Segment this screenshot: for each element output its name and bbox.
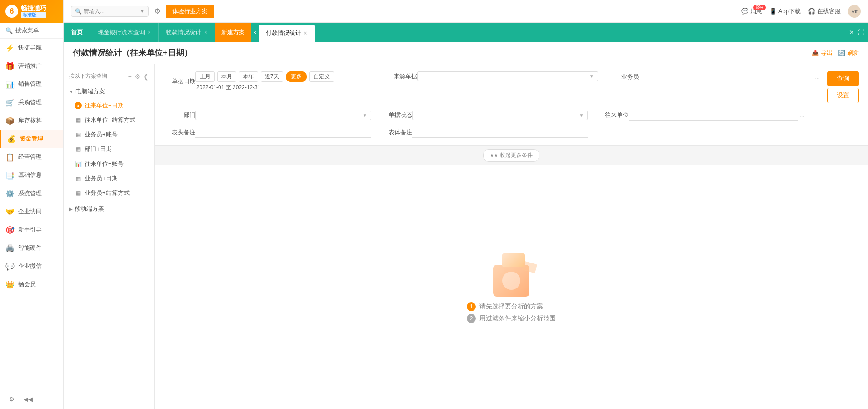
left-panel-add-icon[interactable]: + [128,73,132,80]
filter-area: 单据日期 上月 本月 本年 近7天 更多 自定义 20 [155,64,868,146]
voucher-status-select[interactable]: ▼ [412,111,588,120]
scheme-item-partner-account[interactable]: 📊 往来单位+账号 [64,157,154,171]
sidebar-item-quick-nav[interactable]: ⚡ 快捷导航 [0,39,63,57]
tabs-close-icon[interactable]: ✕ [849,29,854,36]
step2-num: 2 [467,314,476,323]
sidebar-item-system[interactable]: ⚙️ 系统管理 [0,184,63,202]
sidebar-collapse-btn[interactable]: ◀◀ [22,393,35,405]
tab-bank-flow[interactable]: 现金银行流水查询 × [90,23,159,42]
desktop-scheme-group: ▼ 电脑端方案 ● 往来单位+日期 ▦ 往来单位+结算方式 ▦ 业务员+账号 [64,85,154,200]
sidebar-item-finance[interactable]: 💰 资金管理 [0,130,63,148]
tab-bank-flow-close-icon[interactable]: × [148,29,151,35]
sidebar-item-marketing[interactable]: 🎁 营销推广 [0,57,63,75]
tabs-bar: 首页 现金银行流水查询 × 收款情况统计 × 新建方案 × 付款情况统计 × ✕… [64,23,868,42]
body-remark-input[interactable] [412,127,588,138]
sidebar-item-inventory[interactable]: 📦 库存核算 [0,111,63,130]
scheme-item-staff-date[interactable]: ▦ 业务员+日期 [64,171,154,186]
scheme-item-partner-settlement[interactable]: ▦ 往来单位+结算方式 [64,113,154,127]
sidebar-item-operations[interactable]: 📋 经营管理 [0,148,63,166]
mobile-group-expand-icon: ▶ [69,207,73,212]
mobile-group-label: 移动端方案 [75,205,104,213]
source-select[interactable]: ▼ [417,71,598,81]
export-btn[interactable]: 📤 导出 [812,49,833,57]
new-scheme-tab[interactable]: 新建方案 [215,23,251,42]
tabs-right: ✕ ⛶ [845,23,868,42]
date-btn-more[interactable]: 更多 [286,71,307,82]
sidebar-item-sales[interactable]: 📊 销售管理 [0,75,63,93]
scheme-item-staff-settlement[interactable]: ▦ 业务员+结算方式 [64,186,154,200]
sidebar-item-guide[interactable]: 🎯 新手引导 [0,221,63,239]
page-title: 付款情况统计（往来单位+日期） [73,47,192,58]
staff-label: 业务员 [607,73,639,81]
sidebar-item-cooperation[interactable]: 🤝 企业协同 [0,202,63,221]
partner-dots-icon[interactable]: ... [799,112,804,119]
empty-text-group: 1 请先选择要分析的方案 2 用过滤条件来缩小分析范围 [467,302,556,323]
scheme-item-staff-settlement-label: 业务员+结算方式 [85,189,130,197]
header-search-input[interactable] [84,8,138,15]
collapse-conditions-btn[interactable]: ∧∧ 收起更多条件 [483,149,539,162]
header-search-box[interactable]: 🔍 ▼ [71,6,149,17]
content-body: 按以下方案查询 + ⚙ ❮ ▼ 电脑端方案 ● 往来单位+日期 [64,64,868,409]
mobile-group-title[interactable]: ▶ 移动端方案 [64,202,154,216]
tabs-expand-icon[interactable]: ⛶ [858,29,864,36]
date-btn-custom[interactable]: 自定义 [309,71,334,82]
query-btn[interactable]: 查询 [827,71,859,86]
header-app-download-btn[interactable]: 📱 App下载 [769,7,801,15]
refresh-btn[interactable]: 🔄 刷新 [838,49,859,57]
date-range-text: 2022-01-01 至 2022-12-31 [195,84,334,91]
date-btn-this-month[interactable]: 本月 [217,71,236,82]
left-panel-settings-icon[interactable]: ⚙ [135,73,140,80]
sidebar-item-weixin[interactable]: 💬 企业微信 [0,257,63,275]
logo-name: 畅捷通巧 [21,5,46,12]
desktop-group-expand-icon: ▼ [69,89,74,94]
desktop-group-title[interactable]: ▼ 电脑端方案 [64,85,154,98]
collapse-bar: ∧∧ 收起更多条件 [155,146,868,165]
header-right: 💬 消息 99+ 📱 App下载 🎧 在线客服 Rit [741,5,861,18]
sidebar-search[interactable]: 🔍 搜索菜单 [0,23,63,39]
empty-step-2: 2 用过滤条件来缩小分析范围 [467,314,556,323]
left-panel: 按以下方案查询 + ⚙ ❮ ▼ 电脑端方案 ● 往来单位+日期 [64,64,155,409]
sidebar-item-smart-hw[interactable]: 🖨️ 智能硬件 [0,239,63,257]
date-btn-last-month[interactable]: 上月 [195,71,215,82]
tab-collection-stats-close-icon[interactable]: × [204,29,207,35]
scheme-item-staff-account[interactable]: ▦ 业务员+账号 [64,127,154,142]
tab-payment-stats-label: 付款情况统计 [266,29,301,37]
scheme-item-partner-date-label: 往来单位+日期 [85,101,124,110]
set-btn[interactable]: 设置 [827,88,859,103]
left-panel-collapse-icon[interactable]: ❮ [143,73,149,80]
tab-home-label: 首页 [71,28,83,36]
tab-home[interactable]: 首页 [64,23,90,42]
header-remark-input[interactable] [195,127,371,138]
sidebar-item-label: 采购管理 [18,98,42,106]
dept-select[interactable]: ▼ [195,111,371,120]
header-messages-btn[interactable]: 💬 消息 99+ [741,7,762,15]
trial-btn[interactable]: 体验行业方案 [166,5,214,18]
avatar[interactable]: Rit [848,5,861,18]
quick-nav-icon: ⚡ [5,43,15,52]
sidebar-item-purchase[interactable]: 🛒 采购管理 [0,93,63,111]
tab-collection-stats[interactable]: 收款情况统计 × [159,23,215,42]
export-icon: 📤 [812,50,819,56]
header-online-service-btn[interactable]: 🎧 在线客服 [808,7,841,15]
tab-payment-stats-close-icon[interactable]: × [304,30,307,36]
step2-text: 用过滤条件来缩小分析范围 [479,314,556,323]
date-btn-this-year[interactable]: 本年 [239,71,258,82]
sidebar-settings-btn[interactable]: ⚙ [5,393,18,405]
new-scheme-close-icon[interactable]: × [251,23,259,42]
scheme-item-staff-date-icon: ▦ [75,175,82,182]
tab-payment-stats[interactable]: 付款情况统计 × [259,25,315,42]
sidebar-item-basic-info[interactable]: 📑 基础信息 [0,166,63,184]
date-btn-last-7days[interactable]: 近7天 [261,71,283,82]
scheme-item-dept-date[interactable]: ▦ 部门+日期 [64,142,154,157]
scheme-item-partner-date[interactable]: ● 往来单位+日期 [64,98,154,113]
app-logo: 6 畅捷通巧 标准版 [0,0,63,23]
header-gear-icon[interactable]: ⚙ [154,7,160,15]
sidebar-item-label: 资金管理 [20,135,43,143]
message-icon: 💬 [741,8,748,15]
desktop-group-label: 电脑端方案 [75,87,105,96]
collapse-label: 收起更多条件 [500,151,533,159]
partner-input[interactable] [629,110,798,121]
sidebar-item-vip[interactable]: 👑 畅会员 [0,275,63,293]
staff-input[interactable] [639,71,813,82]
staff-dots-icon[interactable]: ... [815,74,820,81]
